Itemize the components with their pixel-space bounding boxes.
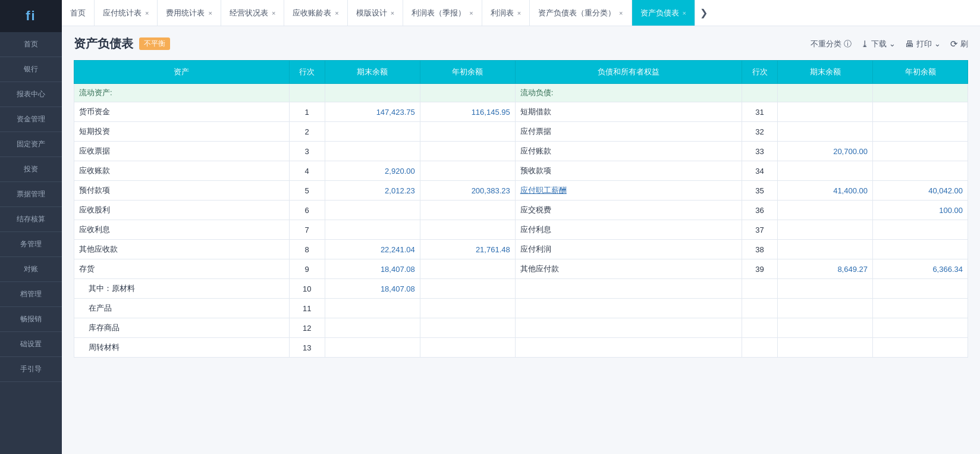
sidebar-item-reconcile[interactable]: 对账 (0, 257, 62, 282)
end-balance2 (778, 318, 873, 338)
chevron-down-icon: ⌄ (889, 39, 896, 48)
close-icon[interactable]: × (208, 10, 212, 17)
sidebar-item-bills[interactable]: 票据管理 (0, 182, 62, 207)
liability-name: 应付账款 (515, 142, 742, 161)
sidebar-item-fixed-assets[interactable]: 固定资产 (0, 132, 62, 157)
year-start-balance (420, 318, 515, 338)
header-row-num: 行次 (289, 61, 325, 84)
close-icon[interactable]: × (469, 10, 473, 17)
header-row-num2: 行次 (742, 61, 778, 84)
table-row[interactable]: 库存商品 12 (74, 318, 968, 338)
sidebar-item-guide[interactable]: 手引导 (0, 357, 62, 382)
download-button[interactable]: ⤓ 下载 ⌄ (861, 39, 896, 49)
year-start-balance2 (873, 142, 968, 161)
reclassify-toggle[interactable]: 不重分类 ⓘ (811, 39, 852, 49)
close-icon[interactable]: × (145, 10, 149, 17)
end-balance: 22,241.04 (325, 240, 420, 259)
table-row[interactable]: 在产品 11 (74, 299, 968, 318)
asset-name: 短期投资 (74, 122, 290, 142)
print-icon: 🖶 (905, 39, 914, 49)
tab-more-button[interactable]: ❯ (695, 0, 712, 26)
header-liability-equity: 负债和所有者权益 (515, 61, 742, 84)
close-icon[interactable]: × (517, 10, 521, 17)
row-num: 9 (289, 259, 325, 279)
asset-name: 应收股利 (74, 201, 290, 220)
year-start-balance (420, 259, 515, 279)
year-start-balance2 (873, 318, 968, 338)
table-row[interactable]: 存货 9 18,407.08 其他应付款 39 8,649.27 6,366.3… (74, 259, 968, 279)
tab-payable-stats[interactable]: 应付统计表 × (95, 0, 158, 26)
row-num: 8 (289, 240, 325, 259)
table-row[interactable]: 应收账款 4 2,920.00 预收款项 34 (74, 161, 968, 181)
close-icon[interactable]: × (272, 10, 275, 17)
sidebar-item-funds[interactable]: 资金管理 (0, 107, 62, 132)
tab-profit-quarter[interactable]: 利润表（季报） × (403, 0, 482, 26)
asset-name: 其他应收款 (74, 240, 290, 259)
liability-name: 应付利息 (515, 220, 742, 240)
year-start-balance (420, 220, 515, 240)
table-row[interactable]: 应收股利 6 应交税费 36 100.00 (74, 201, 968, 220)
print-button[interactable]: 🖶 打印 ⌄ (905, 39, 941, 49)
tab-operation[interactable]: 经营状况表 × (221, 0, 284, 26)
end-balance2: 41,400.00 (778, 181, 873, 201)
table-row[interactable]: 货币资金 1 147,423.75 116,145.95 短期借款 31 (74, 102, 968, 122)
end-balance2 (778, 220, 873, 240)
tab-home[interactable]: 首页 (62, 0, 95, 26)
end-balance2 (778, 161, 873, 181)
year-start-balance2 (873, 338, 968, 358)
liability-name: 应付利润 (515, 240, 742, 259)
asset-name: 库存商品 (74, 318, 290, 338)
content-area: 资产负债表 不平衡 不重分类 ⓘ ⤓ 下载 ⌄ 🖶 打印 ⌄ (62, 26, 980, 454)
row-num2: 37 (742, 220, 778, 240)
table-row[interactable]: 应收票据 3 应付账款 33 20,700.00 (74, 142, 968, 161)
year-start-balance (420, 299, 515, 318)
close-icon[interactable]: × (683, 10, 686, 17)
tab-balance[interactable]: 资产负债表 × (632, 0, 695, 26)
sidebar-item-settlement[interactable]: 结存核算 (0, 207, 62, 232)
page-title: 资产负债表 (74, 36, 133, 52)
table-row[interactable]: 周转材料 13 (74, 338, 968, 358)
end-balance (325, 220, 420, 240)
tab-expense-stats[interactable]: 费用统计表 × (158, 0, 221, 26)
row-num2: 33 (742, 142, 778, 161)
asset-name: 应收账款 (74, 161, 290, 181)
end-balance: 18,407.08 (325, 279, 420, 299)
sidebar-item-reports[interactable]: 报表中心 (0, 82, 62, 107)
year-start-balance2 (873, 279, 968, 299)
sidebar-item-expense[interactable]: 畅报销 (0, 307, 62, 332)
year-start-balance2 (873, 220, 968, 240)
end-balance (325, 338, 420, 358)
row-num2: 36 (742, 201, 778, 220)
header-end-balance: 期末余额 (325, 61, 420, 84)
help-icon[interactable]: ⓘ (844, 39, 852, 49)
sidebar-item-archive[interactable]: 档管理 (0, 282, 62, 307)
tab-template[interactable]: 模版设计 × (348, 0, 403, 26)
close-icon[interactable]: × (619, 10, 623, 17)
row-num: 2 (289, 122, 325, 142)
table-row[interactable]: 其中：原材料 10 18,407.08 (74, 279, 968, 299)
table-row[interactable]: 应收利息 7 应付利息 37 (74, 220, 968, 240)
main-area: 首页 应付统计表 × 费用统计表 × 经营状况表 × 应收账龄表 × 模版设计 … (62, 0, 980, 454)
asset-name: 在产品 (74, 299, 290, 318)
year-start-balance2 (873, 122, 968, 142)
table-row[interactable]: 其他应收款 8 22,241.04 21,761.48 应付利润 38 (74, 240, 968, 259)
tab-receivable-age[interactable]: 应收账龄表 × (284, 0, 347, 26)
tab-profit[interactable]: 利润表 × (482, 0, 530, 26)
row-num2 (742, 279, 778, 299)
end-balance (325, 201, 420, 220)
sidebar-item-settings[interactable]: 础设置 (0, 332, 62, 357)
balance-sheet-table: 资产 行次 期末余额 年初余额 负债和所有者权益 行次 期末余额 年初余额 流动… (74, 60, 968, 358)
sidebar-item-affairs[interactable]: 务管理 (0, 232, 62, 257)
table-row[interactable]: 预付款项 5 2,012.23 200,383.23 应付职工薪酬 35 41,… (74, 181, 968, 201)
table-row[interactable]: 短期投资 2 应付票据 32 (74, 122, 968, 142)
close-icon[interactable]: × (391, 10, 394, 17)
close-icon[interactable]: × (335, 10, 338, 17)
tab-bar: 首页 应付统计表 × 费用统计表 × 经营状况表 × 应收账龄表 × 模版设计 … (62, 0, 980, 26)
row-num2: 35 (742, 181, 778, 201)
tab-balance-reclassify[interactable]: 资产负债表（重分类） × (530, 0, 632, 26)
refresh-button[interactable]: ⟳ 刷 (950, 39, 968, 49)
row-num2: 31 (742, 102, 778, 122)
sidebar-item-bank[interactable]: 银行 (0, 57, 62, 82)
sidebar-item-investment[interactable]: 投资 (0, 157, 62, 182)
sidebar-item-home[interactable]: 首页 (0, 32, 62, 57)
